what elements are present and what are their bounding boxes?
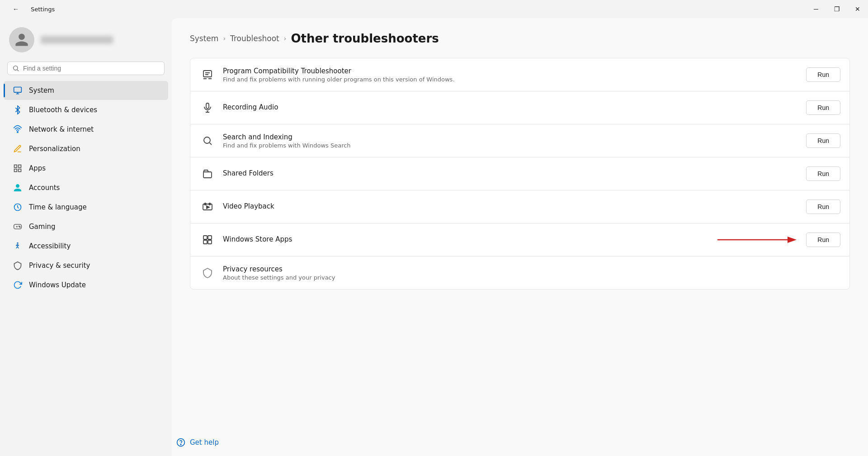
- search-input[interactable]: [23, 65, 160, 72]
- get-help-icon: [176, 438, 185, 447]
- sidebar-item-system[interactable]: System: [4, 81, 168, 100]
- system-icon: [13, 86, 23, 95]
- windows-store-apps-title: Windows Store Apps: [223, 235, 717, 243]
- svg-rect-33: [208, 236, 212, 239]
- video-playback-icon: [199, 199, 216, 215]
- recording-audio-title: Recording Audio: [223, 103, 806, 111]
- maximize-button[interactable]: ❐: [826, 0, 847, 18]
- minimize-button[interactable]: ─: [806, 0, 826, 18]
- sidebar-item-personalization-label: Personalization: [29, 145, 80, 153]
- get-help-footer[interactable]: Get help: [176, 438, 219, 447]
- troubleshooter-item-video-playback: Video Playback Run: [190, 190, 850, 223]
- back-button[interactable]: ←: [5, 0, 26, 18]
- bluetooth-icon: [13, 105, 23, 115]
- svg-marker-31: [207, 206, 209, 209]
- program-compat-action: Run: [806, 67, 840, 82]
- svg-rect-7: [19, 165, 21, 168]
- program-compat-text: Program Compatibility Troubleshooter Fin…: [223, 67, 806, 83]
- personalization-icon: [13, 144, 23, 154]
- breadcrumb-system[interactable]: System: [190, 34, 218, 43]
- sidebar-item-gaming[interactable]: Gaming: [4, 217, 168, 236]
- user-icon: [14, 32, 29, 48]
- troubleshooter-list: Program Compatibility Troubleshooter Fin…: [190, 58, 850, 290]
- search-indexing-text: Search and Indexing Find and fix problem…: [223, 133, 806, 149]
- windows-store-apps-icon: [199, 232, 216, 248]
- svg-rect-9: [14, 169, 17, 172]
- shared-folders-action: Run: [806, 166, 840, 181]
- privacy-resources-text: Privacy resources About these settings a…: [223, 265, 840, 281]
- breadcrumb-troubleshoot[interactable]: Troubleshoot: [230, 34, 279, 43]
- shared-folders-text: Shared Folders: [223, 169, 806, 178]
- sidebar-item-apps[interactable]: Apps: [4, 159, 168, 178]
- app-title: Settings: [31, 6, 55, 13]
- sidebar-item-privacy[interactable]: Privacy & security: [4, 256, 168, 275]
- windows-store-apps-text: Windows Store Apps: [223, 235, 717, 244]
- search-indexing-action: Run: [806, 133, 840, 148]
- run-recording-audio-button[interactable]: Run: [806, 100, 840, 115]
- breadcrumb-sep-1: ›: [223, 35, 226, 42]
- search-indexing-desc: Find and fix problems with Windows Searc…: [223, 142, 806, 149]
- program-compat-icon: [199, 66, 216, 83]
- privacy-icon: [13, 261, 23, 271]
- sidebar-item-bluetooth[interactable]: Bluetooth & devices: [4, 100, 168, 119]
- privacy-resources-icon: [199, 265, 216, 281]
- sidebar-item-accounts[interactable]: Accounts: [4, 178, 168, 197]
- titlebar: ← Settings ─ ❐ ✕: [0, 0, 868, 18]
- user-profile[interactable]: [0, 18, 172, 60]
- troubleshooter-item-windows-store-apps: Windows Store Apps Run: [190, 223, 850, 256]
- avatar: [9, 27, 34, 52]
- sidebar-item-privacy-label: Privacy & security: [29, 261, 90, 270]
- user-name: [41, 36, 113, 44]
- svg-rect-35: [208, 240, 212, 244]
- sidebar-item-accessibility-label: Accessibility: [29, 242, 71, 250]
- get-help-label: Get help: [190, 438, 219, 446]
- breadcrumb-sep-2: ›: [284, 35, 287, 42]
- svg-rect-8: [19, 169, 21, 172]
- sidebar-item-gaming-label: Gaming: [29, 223, 56, 231]
- main-content: System › Troubleshoot › Other troublesho…: [172, 18, 868, 456]
- window-controls: ─ ❐ ✕: [806, 0, 868, 18]
- troubleshooter-item-privacy-resources: Privacy resources About these settings a…: [190, 256, 850, 290]
- video-playback-title: Video Playback: [223, 202, 806, 210]
- nav-list: System Bluetooth & devices Network & int…: [0, 81, 172, 295]
- video-playback-action: Run: [806, 200, 840, 214]
- svg-point-25: [204, 137, 210, 143]
- svg-point-0: [14, 66, 18, 70]
- svg-rect-34: [203, 240, 207, 244]
- sidebar-item-bluetooth-label: Bluetooth & devices: [29, 106, 97, 114]
- svg-rect-22: [206, 103, 209, 109]
- sidebar-item-accessibility[interactable]: Accessibility: [4, 237, 168, 256]
- privacy-resources-title: Privacy resources: [223, 265, 840, 273]
- video-playback-text: Video Playback: [223, 202, 806, 211]
- svg-point-16: [17, 242, 18, 244]
- sidebar-item-update[interactable]: Windows Update: [4, 276, 168, 294]
- shared-folders-icon: [199, 166, 216, 182]
- svg-rect-32: [203, 236, 207, 239]
- run-video-playback-button[interactable]: Run: [806, 200, 840, 214]
- sidebar-item-time[interactable]: Time & language: [4, 198, 168, 217]
- sidebar-item-network-label: Network & internet: [29, 125, 94, 133]
- sidebar-item-network[interactable]: Network & internet: [4, 120, 168, 139]
- troubleshooter-item-recording-audio: Recording Audio Run: [190, 91, 850, 124]
- run-search-indexing-button[interactable]: Run: [806, 133, 840, 148]
- privacy-resources-desc: About these settings and your privacy: [223, 274, 840, 281]
- close-button[interactable]: ✕: [847, 0, 868, 18]
- recording-audio-action: Run: [806, 100, 840, 115]
- run-windows-store-apps-button[interactable]: Run: [806, 233, 840, 247]
- app-body: System Bluetooth & devices Network & int…: [0, 18, 868, 456]
- titlebar-left: ← Settings: [5, 0, 55, 18]
- troubleshooter-item-shared-folders: Shared Folders Run: [190, 157, 850, 190]
- time-icon: [13, 202, 23, 212]
- run-program-compat-button[interactable]: Run: [806, 67, 840, 82]
- network-icon: [13, 124, 23, 134]
- recording-audio-text: Recording Audio: [223, 103, 806, 112]
- search-box[interactable]: [7, 62, 165, 75]
- windows-store-apps-action: Run: [717, 233, 840, 247]
- run-shared-folders-button[interactable]: Run: [806, 166, 840, 181]
- shared-folders-title: Shared Folders: [223, 169, 806, 177]
- svg-point-39: [180, 444, 181, 445]
- sidebar-item-personalization[interactable]: Personalization: [4, 139, 168, 158]
- troubleshooter-item-search-indexing: Search and Indexing Find and fix problem…: [190, 124, 850, 157]
- svg-line-1: [17, 70, 19, 71]
- page-title: Other troubleshooters: [291, 32, 439, 45]
